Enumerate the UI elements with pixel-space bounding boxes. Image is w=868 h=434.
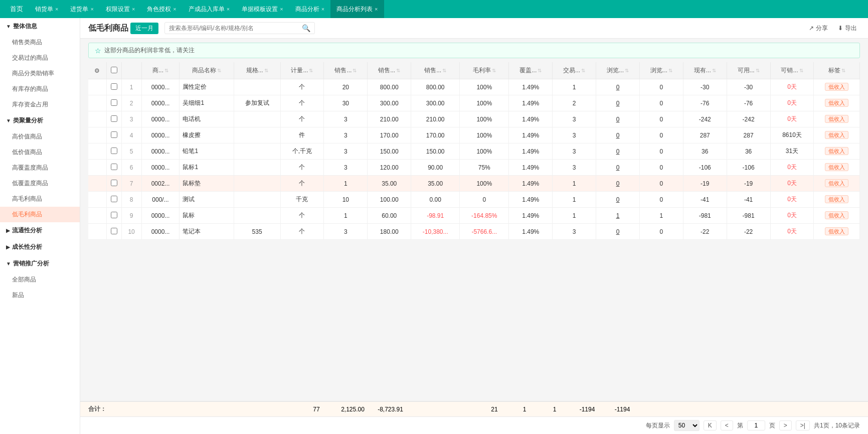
export-button[interactable]: ⬇ 导出 — [835, 23, 860, 34]
last-page-button[interactable]: >| — [796, 420, 810, 430]
nav-close-product-entry[interactable]: × — [227, 6, 230, 12]
col-header-browse1[interactable]: 浏览...⇅ — [596, 62, 640, 79]
sidebar-item-high-value[interactable]: 高价值商品 — [0, 129, 80, 144]
row-checkbox-cell[interactable] — [106, 79, 121, 95]
col-header-browse2[interactable]: 浏览...⇅ — [639, 62, 683, 79]
row-checkbox[interactable] — [111, 99, 117, 106]
sidebar-item-high-margin[interactable]: 高毛利商品 — [0, 191, 80, 207]
col-header-avail[interactable]: 可用...⇅ — [727, 62, 770, 79]
col-header-code[interactable]: 商...⇅ — [141, 62, 180, 79]
nav-close-template[interactable]: × — [280, 6, 283, 12]
col-header-sales-price[interactable]: 销售...⇅ — [368, 62, 411, 79]
nav-template-settings[interactable]: 单据模板设置 × — [236, 0, 289, 18]
sidebar-item-stocked-products[interactable]: 有库存的商品 — [0, 81, 80, 97]
row-checkbox-cell[interactable] — [106, 143, 121, 160]
col-header-unit[interactable]: 计量...⇅ — [280, 62, 324, 79]
col-header-cover-rate[interactable]: 覆盖...⇅ — [509, 62, 553, 79]
row-browse1[interactable]: 0 — [596, 95, 640, 111]
col-header-spec[interactable]: 规格...⇅ — [234, 62, 280, 79]
nav-product-analysis-list[interactable]: 商品分析列表 × — [330, 0, 384, 18]
row-checkbox[interactable] — [111, 164, 117, 170]
nav-close-analysis-list[interactable]: × — [375, 6, 378, 12]
nav-close-sales[interactable]: × — [55, 6, 58, 12]
sidebar-item-new-products[interactable]: 新品 — [0, 287, 80, 303]
page-number-input[interactable] — [747, 420, 765, 430]
row-checkbox-cell[interactable] — [106, 224, 121, 240]
sidebar-item-low-coverage[interactable]: 低覆盖度商品 — [0, 176, 80, 191]
share-button[interactable]: ↗ 分享 — [806, 23, 831, 34]
select-all-checkbox[interactable] — [111, 67, 117, 73]
row-checkbox-cell[interactable] — [106, 192, 121, 208]
row-checkbox-cell[interactable] — [106, 127, 121, 143]
row-cover-rate: 1.49% — [509, 192, 553, 208]
search-icon[interactable]: 🔍 — [302, 24, 310, 32]
first-page-button[interactable]: K — [704, 420, 717, 430]
sidebar-item-all-products[interactable]: 全部商品 — [0, 272, 80, 287]
sidebar-group-cluster[interactable]: ▼ 类聚量分析 — [0, 112, 80, 129]
time-filter-button[interactable]: 近一月 — [130, 23, 158, 34]
sidebar-item-traded-products[interactable]: 交易过的商品 — [0, 50, 80, 66]
sidebar-item-high-coverage[interactable]: 高覆盖度商品 — [0, 160, 80, 176]
nav-product-analysis[interactable]: 商品分析 × — [289, 0, 330, 18]
nav-sales-order[interactable]: 销货单 × — [29, 0, 64, 18]
row-checkbox[interactable] — [111, 131, 117, 138]
search-input[interactable] — [169, 25, 302, 32]
row-checkbox[interactable] — [111, 148, 117, 154]
row-browse1[interactable]: 0 — [596, 79, 640, 95]
col-header-saleable[interactable]: 可销...⇅ — [770, 62, 814, 79]
nav-close-permission[interactable]: × — [132, 6, 135, 12]
row-browse1[interactable]: 0 — [596, 192, 640, 208]
col-header-settings[interactable]: ⚙ — [88, 62, 106, 79]
row-checkbox[interactable] — [111, 196, 117, 202]
row-checkbox[interactable] — [111, 115, 117, 122]
row-checkbox-cell[interactable] — [106, 176, 121, 192]
row-checkbox[interactable] — [111, 212, 117, 218]
sidebar-item-sales-products[interactable]: 销售类商品 — [0, 35, 80, 50]
row-checkbox[interactable] — [111, 180, 117, 186]
nav-role-auth[interactable]: 角色授权 × — [141, 0, 182, 18]
col-header-qty[interactable]: 销售...⇅ — [324, 62, 368, 79]
sidebar-group-growth[interactable]: ▶ 成长性分析 — [0, 239, 80, 255]
sidebar-group-marketing[interactable]: ▼ 营销推广分析 — [0, 255, 80, 272]
col-header-stock[interactable]: 现有...⇅ — [683, 62, 727, 79]
prev-page-button[interactable]: < — [721, 420, 733, 430]
row-checkbox-cell[interactable] — [106, 111, 121, 127]
col-header-checkbox[interactable] — [106, 62, 121, 79]
row-browse1[interactable]: 1 — [596, 208, 640, 224]
nav-permission-settings[interactable]: 权限设置 × — [100, 0, 141, 18]
row-browse1[interactable]: 0 — [596, 176, 640, 192]
nav-product-entry[interactable]: 产成品入库单 × — [183, 0, 236, 18]
sidebar-item-low-value[interactable]: 低价值商品 — [0, 144, 80, 160]
row-checkbox-cell[interactable] — [106, 160, 121, 176]
sidebar-group-overall[interactable]: ▼ 整体信息 — [0, 18, 80, 35]
row-browse1[interactable]: 0 — [596, 111, 640, 127]
row-checkbox-cell[interactable] — [106, 208, 121, 224]
col-header-sales-profit[interactable]: 销售...⇅ — [411, 62, 460, 79]
col-header-trade[interactable]: 交易...⇅ — [553, 62, 596, 79]
row-browse1[interactable]: 0 — [596, 160, 640, 176]
nav-close-purchase[interactable]: × — [90, 6, 93, 12]
sidebar-group-circulation[interactable]: ▶ 流通性分析 — [0, 222, 80, 239]
sidebar-item-stock-capital[interactable]: 库存资金占用 — [0, 97, 80, 112]
share-icon: ↗ — [809, 25, 814, 32]
sidebar-item-low-margin[interactable]: 低毛利商品 — [0, 207, 80, 222]
nav-home[interactable]: 首页 — [4, 0, 29, 18]
row-browse1[interactable]: 0 — [596, 127, 640, 143]
col-header-name[interactable]: 商品名称⇅ — [180, 62, 234, 79]
row-browse1[interactable]: 0 — [596, 224, 640, 240]
nav-close-role[interactable]: × — [173, 6, 176, 12]
col-header-tag[interactable]: 标签⇅ — [814, 62, 860, 79]
page-size-select[interactable]: 50 100 200 — [674, 420, 700, 431]
nav-purchase-order[interactable]: 进货单 × — [64, 0, 99, 18]
col-header-gross-rate[interactable]: 毛利率⇅ — [460, 62, 509, 79]
nav-close-analysis[interactable]: × — [321, 6, 324, 12]
row-checkbox[interactable] — [111, 228, 117, 234]
row-browse1[interactable]: 0 — [596, 143, 640, 160]
row-checkbox-cell[interactable] — [106, 95, 121, 111]
row-checkbox[interactable] — [111, 83, 117, 90]
row-avail: -19 — [727, 176, 770, 192]
row-avail: 287 — [727, 127, 770, 143]
row-tag: 低收入 — [814, 192, 860, 208]
next-page-button[interactable]: > — [779, 420, 792, 430]
sidebar-item-category-rate[interactable]: 商品分类助销率 — [0, 66, 80, 81]
